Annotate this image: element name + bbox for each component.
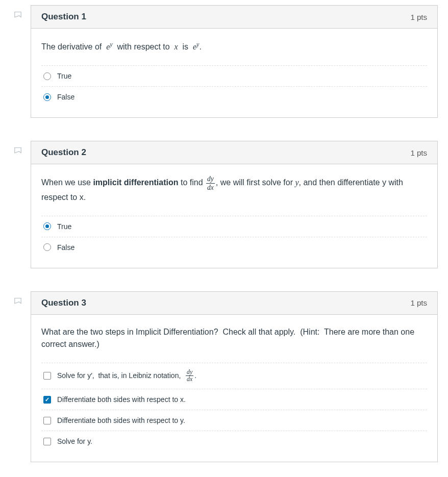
question-card: Question 21 ptsWhen we use implicit diff…	[31, 141, 438, 268]
question-header: Question 11 pts	[31, 6, 437, 29]
answer-row[interactable]: False	[41, 237, 427, 258]
question-block: Question 21 ptsWhen we use implicit diff…	[5, 141, 438, 268]
answer-row[interactable]: True	[41, 216, 427, 237]
question-block: Question 31 ptsWhat are the two steps in…	[5, 291, 438, 463]
question-body: The derivative of ey with respect to x i…	[31, 29, 437, 117]
radio-input[interactable]	[43, 243, 51, 251]
question-card: Question 31 ptsWhat are the two steps in…	[31, 291, 438, 463]
flag-outline-icon	[13, 297, 23, 309]
radio-input[interactable]	[43, 222, 51, 230]
question-points: 1 pts	[410, 298, 427, 307]
question-body: What are the two steps in Implicit Diffe…	[31, 315, 437, 462]
question-points: 1 pts	[410, 148, 427, 157]
question-flag-gutter[interactable]	[5, 291, 31, 463]
answer-label: Solve for y′, that is, in Leibniz notati…	[57, 369, 196, 383]
answers-list: Solve for y′, that is, in Leibniz notati…	[41, 363, 427, 452]
radio-input[interactable]	[43, 93, 51, 101]
answer-row[interactable]: Differentiate both sides with respect to…	[41, 389, 427, 410]
flag-outline-icon	[13, 147, 23, 158]
answer-row[interactable]: True	[41, 66, 427, 87]
answer-label: Differentiate both sides with respect to…	[57, 416, 185, 424]
answers-list: TrueFalse	[41, 216, 427, 258]
question-number: Question 3	[41, 298, 86, 308]
question-flag-gutter[interactable]	[5, 5, 31, 118]
checkbox-input[interactable]	[43, 438, 51, 445]
question-card: Question 11 ptsThe derivative of ey with…	[31, 5, 438, 118]
answer-label: True	[57, 222, 71, 231]
question-prompt: What are the two steps in Implicit Diffe…	[41, 326, 427, 350]
question-number: Question 1	[41, 12, 86, 22]
question-header: Question 31 pts	[31, 292, 437, 315]
radio-input[interactable]	[43, 72, 51, 80]
question-flag-gutter[interactable]	[5, 141, 31, 268]
answer-row[interactable]: False	[41, 87, 427, 107]
answer-row[interactable]: Solve for y′, that is, in Leibniz notati…	[41, 363, 427, 390]
flag-outline-icon	[13, 11, 23, 22]
answers-list: TrueFalse	[41, 65, 427, 107]
question-points: 1 pts	[410, 13, 427, 21]
question-block: Question 11 ptsThe derivative of ey with…	[5, 5, 438, 118]
answer-label: False	[57, 93, 74, 101]
checkbox-input[interactable]	[43, 396, 51, 404]
checkbox-input[interactable]	[43, 372, 51, 380]
checkbox-input[interactable]	[43, 417, 51, 424]
answer-row[interactable]: Differentiate both sides with respect to…	[41, 410, 427, 431]
question-prompt: When we use implicit differentiation to …	[41, 175, 427, 203]
answer-label: False	[57, 243, 74, 252]
question-body: When we use implicit differentiation to …	[31, 164, 437, 267]
question-number: Question 2	[41, 147, 86, 158]
answer-label: Solve for y.	[57, 437, 92, 445]
answer-row[interactable]: Solve for y.	[41, 431, 427, 451]
question-prompt: The derivative of ey with respect to x i…	[41, 40, 427, 53]
answer-label: True	[57, 72, 71, 80]
question-header: Question 21 pts	[31, 141, 437, 164]
answer-label: Differentiate both sides with respect to…	[57, 395, 186, 404]
